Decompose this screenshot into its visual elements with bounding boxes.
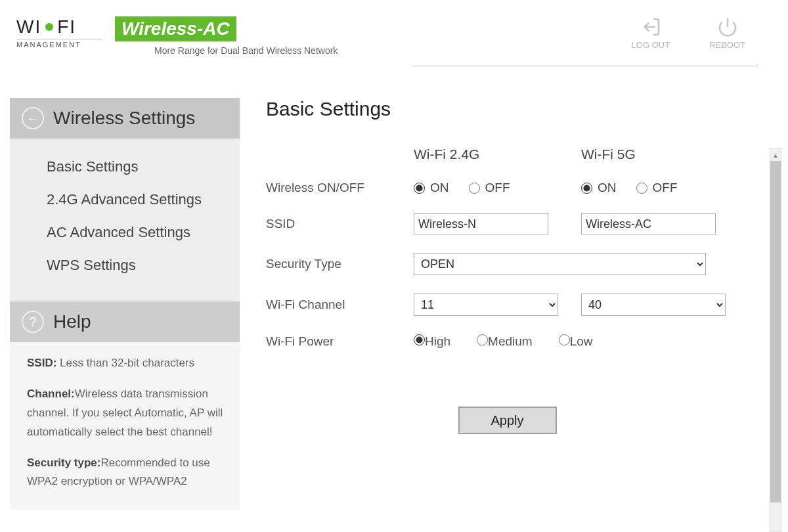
label-wireless-onoff: Wireless ON/OFF xyxy=(266,181,414,195)
radio-24g-off[interactable]: OFF xyxy=(469,181,510,195)
main-content: Basic Settings Wi-Fi 2.4G Wi-Fi 5G Wirel… xyxy=(240,98,788,532)
sidebar-item-basic[interactable]: Basic Settings xyxy=(10,150,240,183)
scroll-thumb[interactable] xyxy=(770,161,781,502)
ssid-24g-input[interactable] xyxy=(414,213,548,234)
label-wifi-power: Wi-Fi Power xyxy=(266,334,414,349)
sidebar-item-24g-advanced[interactable]: 2.4G Advanced Settings xyxy=(10,183,240,216)
logout-label: LOG OUT xyxy=(632,40,670,50)
sidebar-header-help[interactable]: ? Help xyxy=(10,301,240,342)
scroll-up-icon[interactable]: ▲ xyxy=(770,149,781,161)
logo-subtitle: MANAGEMENT xyxy=(16,39,102,49)
radio-24g-off-input[interactable] xyxy=(469,183,480,194)
radio-power-low-input[interactable] xyxy=(559,334,570,345)
security-type-select[interactable]: OPEN xyxy=(414,253,706,275)
sidebar: ← Wireless Settings Basic Settings 2.4G … xyxy=(10,98,240,532)
scrollbar[interactable]: ▲ xyxy=(770,148,781,532)
label-security-type: Security Type xyxy=(266,257,414,271)
column-header-24g: Wi-Fi 2.4G xyxy=(414,146,581,162)
radio-24g-on[interactable]: ON xyxy=(414,181,449,195)
radio-power-high-input[interactable] xyxy=(414,334,425,345)
sidebar-header-wireless[interactable]: ← Wireless Settings xyxy=(10,98,240,139)
logo-text-fi: FI xyxy=(57,16,76,37)
help-sec-label: Security type: xyxy=(27,456,100,469)
brand-tagline: More Range for Dual Band Wireless Networ… xyxy=(154,45,338,56)
sidebar-title: Wireless Settings xyxy=(53,108,195,129)
logout-icon xyxy=(640,16,661,37)
apply-button[interactable]: Apply xyxy=(458,407,557,434)
radio-power-medium-input[interactable] xyxy=(477,334,488,345)
label-wifi-channel: Wi-Fi Channel xyxy=(266,298,414,312)
channel-24g-select[interactable]: 11 xyxy=(414,294,558,316)
radio-5g-on[interactable]: ON xyxy=(581,181,617,195)
brand-block: Wireless-AC More Range for Dual Band Wir… xyxy=(115,16,338,56)
help-channel-label: Channel: xyxy=(27,388,75,400)
help-content: SSID: Less than 32-bit characters Channe… xyxy=(10,342,240,510)
radio-24g-on-input[interactable] xyxy=(414,183,425,194)
sidebar-menu: Basic Settings 2.4G Advanced Settings AC… xyxy=(10,139,240,301)
radio-power-medium[interactable]: Medium xyxy=(477,334,533,349)
label-ssid: SSID xyxy=(266,217,414,231)
logo-dot-icon xyxy=(45,23,53,31)
help-icon: ? xyxy=(22,311,44,333)
ssid-5g-input[interactable] xyxy=(581,213,716,234)
top-header: WI FI MANAGEMENT Wireless-AC More Range … xyxy=(0,0,788,66)
column-header-5g: Wi-Fi 5G xyxy=(581,146,749,162)
radio-5g-off-input[interactable] xyxy=(636,183,647,194)
radio-5g-off[interactable]: OFF xyxy=(636,181,678,195)
reboot-button[interactable]: REBOOT xyxy=(709,16,745,50)
page-title: Basic Settings xyxy=(266,98,749,120)
back-arrow-icon: ← xyxy=(22,107,44,129)
logout-button[interactable]: LOG OUT xyxy=(632,16,670,50)
reboot-label: REBOOT xyxy=(709,40,745,50)
sidebar-item-ac-advanced[interactable]: AC Advanced Settings xyxy=(10,216,240,249)
power-icon xyxy=(717,16,738,37)
help-title: Help xyxy=(53,311,91,332)
radio-power-high[interactable]: High xyxy=(414,334,450,349)
radio-power-low[interactable]: Low xyxy=(559,334,593,349)
logo-text-wi: WI xyxy=(16,16,41,37)
radio-5g-on-input[interactable] xyxy=(581,183,592,194)
channel-5g-select[interactable]: 40 xyxy=(581,294,726,316)
sidebar-item-wps[interactable]: WPS Settings xyxy=(10,249,240,282)
help-ssid-text: Less than 32-bit characters xyxy=(56,357,194,369)
brand-badge: Wireless-AC xyxy=(115,16,236,41)
help-ssid-label: SSID: xyxy=(27,357,56,369)
logo: WI FI MANAGEMENT xyxy=(16,16,102,49)
